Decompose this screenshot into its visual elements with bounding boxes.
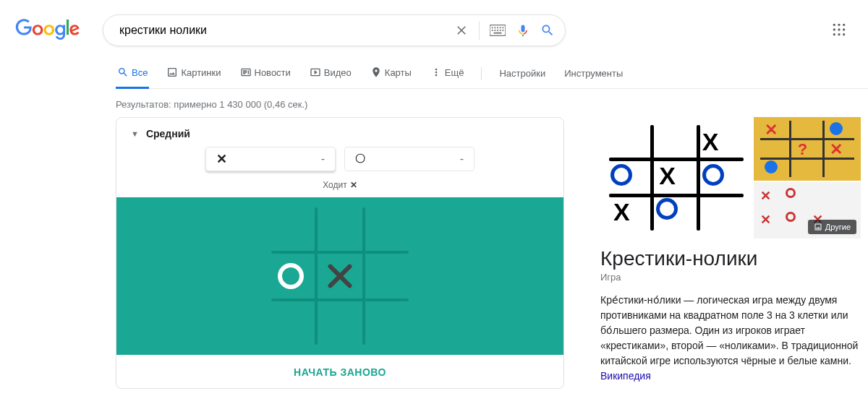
turn-indicator: Ходит✕ bbox=[116, 177, 563, 197]
svg-rect-11 bbox=[494, 33, 502, 34]
svg-point-15 bbox=[833, 28, 835, 30]
search-icon[interactable] bbox=[540, 23, 555, 38]
svg-point-13 bbox=[838, 23, 840, 25]
tab-maps[interactable]: Карты bbox=[369, 59, 413, 89]
search-bar bbox=[103, 14, 566, 46]
score-x[interactable]: ✕ - bbox=[205, 147, 336, 171]
x-score-value: - bbox=[321, 152, 325, 166]
cell-6[interactable] bbox=[268, 301, 313, 346]
tab-maps-label: Карты bbox=[385, 67, 412, 78]
keyboard-icon[interactable] bbox=[490, 25, 506, 36]
tab-news[interactable]: Новости bbox=[239, 59, 292, 89]
kp-description: Кре́стики-но́лики — логическая игра межд… bbox=[600, 293, 861, 384]
more-images-button[interactable]: Другие bbox=[808, 220, 856, 234]
restart-button[interactable]: НАЧАТЬ ЗАНОВО bbox=[116, 355, 563, 388]
cell-2[interactable] bbox=[365, 205, 410, 249]
svg-rect-1 bbox=[492, 27, 493, 28]
svg-point-14 bbox=[843, 23, 845, 25]
kp-source-link[interactable]: Википедия bbox=[600, 370, 651, 382]
mark-x-icon bbox=[326, 262, 354, 291]
cell-8[interactable] bbox=[365, 301, 410, 346]
svg-rect-5 bbox=[502, 27, 503, 28]
svg-rect-10 bbox=[502, 30, 503, 31]
kp-image-2[interactable]: ✕ ? ✕ bbox=[754, 117, 861, 181]
tab-more[interactable]: Ещё bbox=[429, 59, 466, 89]
svg-point-18 bbox=[833, 33, 835, 35]
svg-point-17 bbox=[843, 28, 845, 30]
svg-point-16 bbox=[838, 28, 840, 30]
o-score-value: - bbox=[460, 152, 464, 166]
mark-o-icon bbox=[278, 263, 304, 289]
svg-rect-7 bbox=[494, 30, 495, 31]
svg-rect-8 bbox=[497, 30, 498, 31]
search-input[interactable] bbox=[114, 24, 454, 37]
difficulty-label: Средний bbox=[146, 128, 190, 139]
score-o[interactable]: 〇 - bbox=[344, 147, 475, 171]
kp-title: Крестики-нолики bbox=[600, 238, 861, 272]
x-symbol: ✕ bbox=[216, 151, 227, 167]
knowledge-panel: X X X ✕ ? ✕ bbox=[600, 117, 861, 389]
svg-point-20 bbox=[843, 33, 845, 35]
game-board bbox=[116, 197, 563, 355]
svg-rect-3 bbox=[497, 27, 498, 28]
cell-4[interactable] bbox=[318, 254, 362, 298]
kp-subtitle: Игра bbox=[600, 272, 861, 293]
tab-all-label: Все bbox=[132, 67, 148, 78]
cell-1[interactable] bbox=[318, 205, 362, 249]
svg-rect-9 bbox=[500, 30, 501, 31]
cell-0[interactable] bbox=[268, 205, 313, 249]
google-logo[interactable] bbox=[14, 19, 81, 43]
results-stats: Результатов: примерно 1 430 000 (0,46 се… bbox=[116, 89, 868, 117]
cell-3[interactable] bbox=[268, 254, 313, 298]
difficulty-selector[interactable]: ▼ Средний bbox=[116, 118, 563, 147]
cell-7[interactable] bbox=[318, 301, 362, 346]
tab-video[interactable]: Видео bbox=[308, 59, 353, 89]
tab-images-label: Картинки bbox=[181, 67, 221, 78]
svg-rect-2 bbox=[494, 27, 495, 28]
svg-rect-6 bbox=[492, 30, 493, 31]
tab-news-label: Новости bbox=[255, 67, 291, 78]
tictactoe-card: ▼ Средний ✕ - 〇 - Ходит✕ bbox=[116, 117, 564, 389]
tab-tools[interactable]: Инструменты bbox=[563, 61, 624, 87]
tab-settings[interactable]: Настройки bbox=[498, 61, 547, 87]
tab-images[interactable]: Картинки bbox=[165, 59, 222, 89]
cell-5[interactable] bbox=[365, 254, 410, 298]
chevron-down-icon: ▼ bbox=[131, 129, 139, 138]
kp-image-3[interactable]: ✕ ✕ ✕ Другие bbox=[754, 182, 861, 238]
clear-icon[interactable] bbox=[454, 23, 469, 38]
svg-rect-4 bbox=[500, 27, 501, 28]
mic-icon[interactable] bbox=[516, 23, 530, 38]
svg-point-19 bbox=[838, 33, 840, 35]
tab-video-label: Видео bbox=[324, 67, 352, 78]
kp-image-main[interactable]: X X X bbox=[600, 117, 752, 238]
tab-all[interactable]: Все bbox=[116, 59, 149, 89]
search-tabs: Все Картинки Новости Видео Карты Ещё Нас… bbox=[116, 59, 868, 89]
o-symbol: 〇 bbox=[355, 152, 365, 166]
svg-point-12 bbox=[833, 23, 835, 25]
tab-more-label: Ещё bbox=[445, 67, 464, 78]
apps-icon[interactable] bbox=[832, 22, 846, 39]
